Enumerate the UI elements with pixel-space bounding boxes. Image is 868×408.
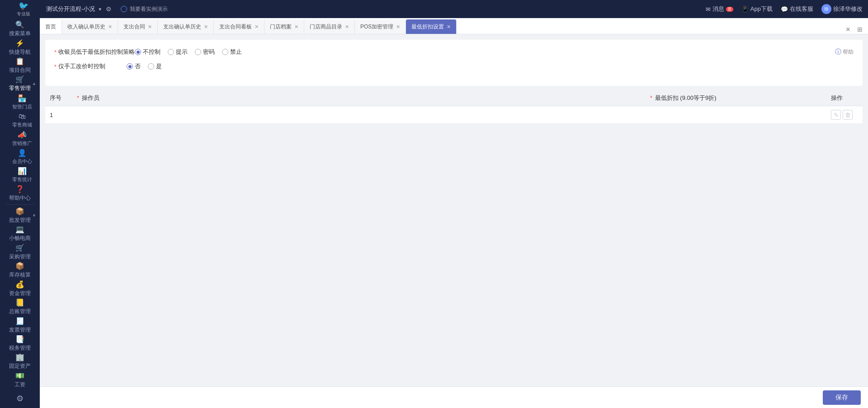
tab-close-payment-contract-view[interactable]: ✕: [255, 24, 259, 29]
sidebar-item-label: 零售管理: [9, 84, 31, 92]
project-settings-icon[interactable]: ⚙: [106, 5, 112, 13]
message-btn[interactable]: ✉ 消息 8: [706, 5, 733, 13]
online-service-btn[interactable]: 💬 在线客服: [781, 5, 813, 13]
tab-min-discount[interactable]: 最低折扣设置 ✕: [406, 19, 457, 34]
form-row-cashier-policy: * 收银员低于最低折扣控制策略 不控制 提示: [54, 48, 835, 56]
message-icon: ✉: [706, 6, 711, 13]
tab-payment-confirm[interactable]: 支出确认单历史 ✕: [158, 19, 214, 34]
tab-close-store-product[interactable]: ✕: [345, 24, 349, 29]
radio-password-label: 密码: [203, 48, 215, 56]
project-selector[interactable]: 测试分开流程-小况 ▼: [46, 5, 102, 13]
radio-no-control-input[interactable]: [135, 49, 141, 55]
sidebar-item-label: 采购管理: [9, 253, 31, 261]
radio-no-control[interactable]: 不控制: [135, 48, 160, 56]
th-actions-label: 操作: [831, 94, 843, 101]
tab-store-archive[interactable]: 门店档案 ✕: [264, 19, 304, 34]
sidebar-item-retail-mgmt[interactable]: 🛒 零售管理 ▲: [0, 75, 40, 93]
bottom-bar: 保存: [40, 386, 868, 408]
sidebar-item-label: 快捷导航: [9, 48, 31, 56]
sidebar-item-fixed-assets[interactable]: 🏢 固定资产: [0, 352, 40, 370]
sidebar-item-wholesale-mgmt[interactable]: 📦 批发管理 ▼: [0, 206, 40, 225]
tab-close-min-discount[interactable]: ✕: [447, 24, 451, 29]
sidebar-item-smart-store[interactable]: 🏪 智营门店: [0, 93, 40, 111]
sidebar-item-marketing[interactable]: 📣 营销推广: [0, 129, 40, 147]
main-layout: 🔍 搜索菜单 ⚡ 快捷导航 📋 项目合同 🛒 零售管理 ▲ 🏪 智营门店 🛍 零…: [0, 18, 868, 408]
close-tab-icon[interactable]: ✕: [844, 25, 853, 34]
app-download-label: App下载: [750, 5, 773, 13]
settings-icon[interactable]: ⚙: [16, 394, 24, 403]
manual-price-text: 仅手工改价时控制: [58, 62, 105, 70]
sidebar-item-ledger-mgmt[interactable]: 📒 总账管理: [0, 298, 40, 316]
demo-link[interactable]: 我要看实例演示: [121, 5, 168, 13]
radio-hint[interactable]: 提示: [168, 48, 188, 56]
radio-forbid-input[interactable]: [222, 49, 228, 55]
sidebar-item-label: 工资: [14, 381, 25, 389]
sidebar-item-tax-mgmt[interactable]: 📑 税务管理: [0, 334, 40, 352]
sidebar-item-ecommerce[interactable]: 💻 小畅电商: [0, 225, 40, 243]
tab-pos-password-label: POS加密管理: [360, 23, 393, 31]
sidebar-item-salary[interactable]: 💵 工资: [0, 371, 40, 389]
tab-close-payment-contract[interactable]: ✕: [148, 24, 152, 29]
expand-tabs-icon[interactable]: ⊞: [855, 25, 864, 34]
search-icon: 🔍: [15, 20, 24, 29]
sidebar-item-label: 营销推广: [12, 140, 32, 147]
tab-close-store-archive[interactable]: ✕: [294, 24, 298, 29]
fixed-assets-icon: 🏢: [15, 353, 24, 361]
sidebar-item-label: 固定资产: [9, 362, 31, 370]
sidebar-item-purchase-mgmt[interactable]: 🛒 采购管理: [0, 243, 40, 261]
sidebar-item-search[interactable]: 🔍 搜索菜单: [0, 20, 40, 38]
project-contract-icon: 📋: [15, 57, 24, 66]
edit-row-btn[interactable]: ✎: [831, 110, 841, 120]
sidebar-item-quick-nav[interactable]: ⚡ 快捷导航: [0, 38, 40, 56]
radio-password-input[interactable]: [195, 49, 201, 55]
tab-close-payment-confirm[interactable]: ✕: [204, 24, 208, 29]
sidebar-item-retail-mall[interactable]: 🛍 零售商城: [0, 111, 40, 129]
tab-store-product[interactable]: 门店商品目录 ✕: [304, 19, 355, 34]
save-button[interactable]: 保存: [823, 390, 861, 405]
radio-password[interactable]: 密码: [195, 48, 215, 56]
tab-payment-contract-view[interactable]: 支出合同看板 ✕: [214, 19, 264, 34]
project-dropdown-arrow: ▼: [98, 7, 102, 12]
radio-hint-input[interactable]: [168, 49, 174, 55]
radio-no[interactable]: 否: [127, 62, 141, 70]
cell-actions: ✎ 🗑: [826, 106, 863, 124]
sidebar-item-project-contract[interactable]: 📋 项目合同: [0, 56, 40, 75]
fund-mgmt-icon: 💰: [15, 280, 24, 289]
cell-min-discount[interactable]: [646, 106, 826, 124]
tab-close-pos-password[interactable]: ✕: [396, 24, 400, 29]
user-menu-btn[interactable]: 徐 徐泽华修改: [821, 4, 863, 14]
tab-income-confirm-label: 收入确认单历史: [67, 23, 105, 31]
radio-yes[interactable]: 是: [148, 62, 162, 70]
tab-bar: 首页 收入确认单历史 ✕ 支出合同 ✕ 支出确认单历史 ✕ 支出合同看板 ✕ 门…: [40, 18, 868, 34]
sidebar-item-label: 零售统计: [12, 176, 32, 183]
tab-home-label: 首页: [45, 23, 56, 31]
sidebar-item-fund-mgmt[interactable]: 💰 资金管理: [0, 280, 40, 298]
sidebar-item-inventory-calc[interactable]: 📦 库存核算: [0, 261, 40, 279]
tab-min-discount-label: 最低折扣设置: [411, 23, 444, 31]
radio-yes-input[interactable]: [148, 63, 154, 70]
app-download-btn[interactable]: 📱 App下载: [741, 5, 773, 13]
delete-row-btn[interactable]: 🗑: [843, 110, 853, 120]
manual-price-radio-group: 否 是: [127, 62, 162, 70]
sidebar-item-label: 总账管理: [9, 308, 31, 315]
radio-forbid-label: 禁止: [230, 48, 242, 56]
help-icon: ⓘ: [835, 48, 841, 56]
tab-income-confirm[interactable]: 收入确认单历史 ✕: [62, 19, 118, 34]
tab-pos-password[interactable]: POS加密管理 ✕: [355, 19, 406, 34]
tab-close-income-confirm[interactable]: ✕: [108, 24, 112, 29]
tab-home[interactable]: 首页: [40, 19, 62, 34]
form-row-manual-price: * 仅手工改价时控制 否 是: [54, 62, 835, 70]
sidebar-item-retail-stats[interactable]: 📊 零售统计: [0, 166, 40, 184]
avatar: 徐: [821, 4, 831, 14]
sidebar-item-help-center[interactable]: ❓ 帮助中心: [0, 184, 40, 202]
radio-no-input[interactable]: [127, 63, 133, 70]
wholesale-mgmt-icon: 📦: [15, 207, 24, 216]
sidebar-item-invoice-mgmt[interactable]: 🧾 发票管理: [0, 316, 40, 334]
tab-payment-contract[interactable]: 支出合同 ✕: [118, 19, 158, 34]
radio-forbid[interactable]: 禁止: [222, 48, 242, 56]
cell-operator[interactable]: [72, 106, 646, 124]
sidebar-item-label: 会员中心: [12, 158, 32, 165]
tab-bar-actions: ✕ ⊞: [844, 25, 868, 34]
sidebar-item-member[interactable]: 👤 会员中心: [0, 148, 40, 166]
help-button[interactable]: ⓘ 帮助: [835, 48, 854, 56]
